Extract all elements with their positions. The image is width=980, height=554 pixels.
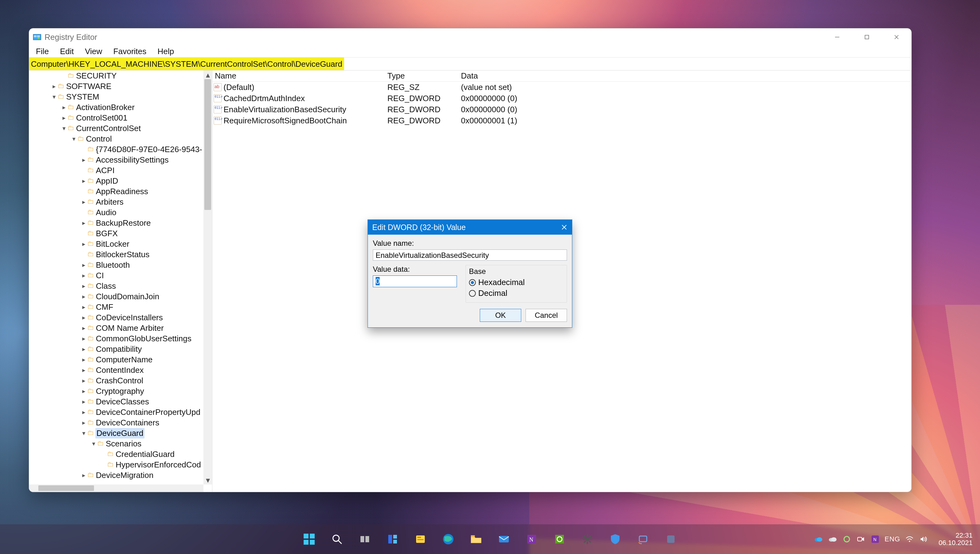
tree-node[interactable]: ▸🗀Bluetooth xyxy=(29,259,204,270)
tree-view[interactable]: 🗀SECURITY▸🗀SOFTWARE▾🗀SYSTEM▸🗀ActivationB… xyxy=(29,70,204,492)
tree-node[interactable]: ▸🗀COM Name Arbiter xyxy=(29,323,204,333)
tree-node[interactable]: ▸🗀CrashControl xyxy=(29,375,204,386)
chevron-icon[interactable]: ▾ xyxy=(51,93,57,100)
onenote-tray-icon[interactable]: N xyxy=(870,534,880,544)
tree-node[interactable]: 🗀SECURITY xyxy=(29,70,204,81)
tree-node[interactable]: ▾🗀CurrentControlSet xyxy=(29,123,204,134)
chevron-icon[interactable]: ▸ xyxy=(80,387,87,395)
list-row[interactable]: (Default)REG_SZ(value not set) xyxy=(212,81,912,93)
tree-node[interactable]: ▸🗀CoDeviceInstallers xyxy=(29,312,204,323)
chevron-icon[interactable]: ▸ xyxy=(80,471,87,479)
tree-node[interactable]: ▸🗀Arbiters xyxy=(29,197,204,207)
news-icon[interactable] xyxy=(408,527,433,551)
chevron-icon[interactable]: ▸ xyxy=(80,314,87,321)
tree-node[interactable]: ▸🗀Class xyxy=(29,281,204,291)
tree-node[interactable]: ▸🗀CMF xyxy=(29,302,204,312)
scroll-down-arrow-icon[interactable]: ▾ xyxy=(204,476,212,484)
tree-node[interactable]: ▸🗀BackupRestore xyxy=(29,218,204,228)
tree-node[interactable]: 🗀{7746D80F-97E0-4E26-9543- xyxy=(29,144,204,154)
list-row[interactable]: CachedDrtmAuthIndexREG_DWORD0x00000000 (… xyxy=(212,93,912,104)
start-button[interactable] xyxy=(297,527,321,551)
meet-now-icon[interactable] xyxy=(856,534,866,544)
tree-horizontal-scrollbar[interactable] xyxy=(29,484,204,492)
edge-icon[interactable] xyxy=(436,527,460,551)
chevron-icon[interactable]: ▸ xyxy=(80,177,87,185)
windows-security-icon[interactable] xyxy=(603,527,627,551)
taskbar-clock[interactable]: 22:31 06.10.2021 xyxy=(939,532,972,546)
titlebar[interactable]: Registry Editor xyxy=(29,29,912,46)
tree-node[interactable]: ▸🗀AppID xyxy=(29,176,204,186)
value-data-input[interactable]: 0 xyxy=(373,275,457,287)
maximize-button[interactable] xyxy=(852,29,882,46)
chevron-icon[interactable]: ▾ xyxy=(70,135,77,143)
tree-node[interactable]: ▸🗀AccessibilitySettings xyxy=(29,154,204,165)
list-row[interactable]: EnableVirtualizationBasedSecurityREG_DWO… xyxy=(212,104,912,115)
chevron-icon[interactable]: ▸ xyxy=(60,114,67,121)
list-row[interactable]: RequireMicrosoftSignedBootChainREG_DWORD… xyxy=(212,115,912,126)
task-view-icon[interactable] xyxy=(353,527,377,551)
tree-node[interactable]: 🗀CredentialGuard xyxy=(29,449,204,459)
tree-node[interactable]: 🗀BGFX xyxy=(29,228,204,239)
tree-vertical-scrollbar[interactable]: ▴ ▾ xyxy=(204,70,212,484)
tree-node[interactable]: ▸🗀Cryptography xyxy=(29,386,204,396)
chevron-icon[interactable]: ▸ xyxy=(80,398,87,405)
chevron-icon[interactable]: ▸ xyxy=(80,293,87,300)
nvidia-icon[interactable] xyxy=(547,527,572,551)
tree-node[interactable]: ▾🗀SYSTEM xyxy=(29,91,204,102)
chevron-icon[interactable]: ▸ xyxy=(80,198,87,205)
close-button[interactable] xyxy=(882,29,912,46)
tree-node[interactable]: ▾🗀DeviceGuard xyxy=(29,428,204,438)
ok-button[interactable]: OK xyxy=(480,309,521,322)
chevron-icon[interactable]: ▸ xyxy=(80,272,87,279)
chevron-icon[interactable]: ▸ xyxy=(80,261,87,269)
widgets-icon[interactable] xyxy=(380,527,405,551)
chevron-icon[interactable]: ▸ xyxy=(80,240,87,248)
chevron-icon[interactable]: ▸ xyxy=(80,282,87,290)
radio-decimal[interactable]: Decimal xyxy=(469,288,563,298)
chevron-icon[interactable]: ▸ xyxy=(80,377,87,384)
chevron-icon[interactable]: ▸ xyxy=(80,366,87,374)
settings-icon[interactable] xyxy=(575,527,600,551)
system-tray[interactable]: N ENG 22:31 06.10.2021 xyxy=(813,524,980,554)
search-icon[interactable] xyxy=(325,527,349,551)
tree-node[interactable]: ▸🗀ActivationBroker xyxy=(29,102,204,113)
mail-icon[interactable] xyxy=(492,527,516,551)
menu-help[interactable]: Help xyxy=(152,45,180,57)
onedrive-tray-icon-2[interactable] xyxy=(827,534,837,544)
minimize-button[interactable] xyxy=(822,29,852,46)
radio-hexadecimal[interactable]: Hexadecimal xyxy=(469,278,563,287)
tree-node[interactable]: ▾🗀Scenarios xyxy=(29,438,204,449)
column-header-data[interactable]: Data xyxy=(461,71,912,81)
tree-node[interactable]: ▸🗀ContentIndex xyxy=(29,365,204,375)
tree-node[interactable]: ▸🗀Compatibility xyxy=(29,344,204,354)
menu-edit[interactable]: Edit xyxy=(54,45,80,57)
menu-file[interactable]: File xyxy=(30,45,54,57)
address-bar[interactable]: Computer\HKEY_LOCAL_MACHINE\SYSTEM\Curre… xyxy=(29,57,912,70)
taskbar[interactable]: N N ENG 22:31 06.10.2021 xyxy=(0,524,980,554)
hscroll-thumb[interactable] xyxy=(38,486,94,491)
menu-view[interactable]: View xyxy=(80,45,108,57)
chevron-icon[interactable]: ▸ xyxy=(60,103,67,111)
column-header-name[interactable]: Name xyxy=(212,71,387,81)
tree-node[interactable]: ▸🗀CloudDomainJoin xyxy=(29,291,204,302)
tree-node[interactable]: 🗀Audio xyxy=(29,207,204,218)
onenote-icon[interactable]: N xyxy=(520,527,544,551)
tree-node[interactable]: ▸🗀CommonGlobUserSettings xyxy=(29,333,204,344)
tree-node[interactable]: 🗀HypervisorEnforcedCod xyxy=(29,459,204,470)
chevron-icon[interactable]: ▸ xyxy=(80,345,87,353)
keyboard-layout[interactable]: ENG xyxy=(885,535,900,543)
tray-extra-icon[interactable] xyxy=(842,534,852,544)
tree-node[interactable]: ▸🗀DeviceContainers xyxy=(29,417,204,428)
tree-node[interactable]: ▸🗀ComputerName xyxy=(29,354,204,365)
tree-node[interactable]: ▸🗀SOFTWARE xyxy=(29,81,204,91)
tree-node[interactable]: 🗀ACPI xyxy=(29,165,204,176)
chevron-icon[interactable]: ▾ xyxy=(80,430,87,437)
chevron-icon[interactable]: ▸ xyxy=(80,156,87,164)
snipping-tool-icon[interactable] xyxy=(631,527,655,551)
onedrive-tray-icon[interactable] xyxy=(813,534,823,544)
tree-node[interactable]: ▸🗀DeviceMigration xyxy=(29,470,204,481)
chevron-icon[interactable]: ▸ xyxy=(51,83,57,90)
value-name-field[interactable]: EnableVirtualizationBasedSecurity xyxy=(373,250,567,261)
dialog-close-button[interactable] xyxy=(557,220,572,235)
chevron-icon[interactable]: ▸ xyxy=(80,356,87,363)
